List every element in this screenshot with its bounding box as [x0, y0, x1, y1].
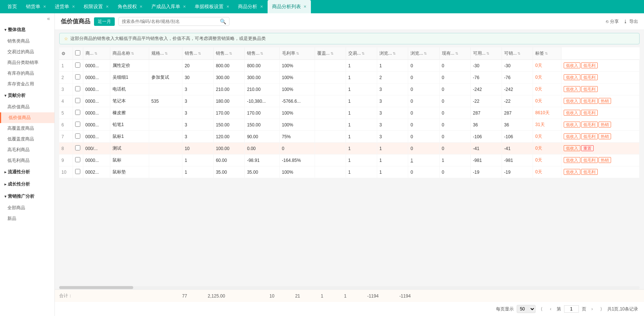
col-avail[interactable]: 可用... ⇅ [470, 47, 502, 60]
row-checkbox[interactable] [75, 169, 80, 174]
cell-browse1[interactable]: 0 [408, 84, 439, 95]
nav-purchase[interactable]: 进货单 × [50, 0, 79, 13]
row-checkbox[interactable] [75, 122, 80, 127]
share-button[interactable]: ⎋ 分享 [606, 18, 619, 25]
col-tags[interactable]: 标签 ⇅ [533, 47, 561, 60]
close-icon[interactable]: × [227, 4, 229, 9]
col-spec[interactable]: 规格... ⇅ [149, 47, 182, 60]
nav-product-in[interactable]: 产成品入库单 × [147, 0, 190, 13]
col-checkbox[interactable] [73, 47, 83, 60]
close-icon[interactable]: × [260, 4, 263, 9]
sidebar-section-title-liquidity[interactable]: ▸流通性分析 [0, 166, 54, 178]
cell-browse1[interactable]: 0 [408, 60, 439, 72]
cell-browse1[interactable]: 0 [408, 95, 439, 107]
page-input[interactable] [564, 305, 579, 313]
select-all-checkbox[interactable] [75, 50, 80, 55]
col-browse2[interactable]: 浏览... ⇅ [408, 47, 439, 60]
nav-analysis-list[interactable]: 商品分析列表 × [268, 0, 311, 13]
cell-checkbox[interactable] [73, 166, 83, 178]
prev-page-btn[interactable]: ‹ [548, 306, 554, 312]
cell-checkbox[interactable] [73, 60, 83, 72]
sidebar-section-title-overall[interactable]: ▾整体信息 [0, 24, 54, 36]
col-stock[interactable]: 现有... ⇅ [439, 47, 470, 60]
col-settings[interactable]: ⚙ [59, 47, 73, 60]
sidebar-item-high-value[interactable]: 高价值商品 [0, 102, 54, 112]
cell-browse1[interactable]: 0 [408, 107, 439, 119]
scrollbar-thumb[interactable] [59, 286, 133, 289]
row-checkbox[interactable] [75, 110, 80, 115]
col-sale1[interactable]: 销售... ⇅ [182, 47, 213, 60]
cell-checkbox[interactable] [73, 107, 83, 119]
col-trade[interactable]: 交易... ⇅ [346, 47, 377, 60]
page-size-select[interactable]: 50100200 [517, 305, 536, 313]
settings-icon[interactable]: ⚙ [61, 51, 66, 56]
time-filter-button[interactable]: 近一月 [94, 17, 115, 26]
col-sale2[interactable]: 销售... ⇅ [214, 47, 245, 60]
export-button[interactable]: ⭳ 导出 [623, 18, 638, 25]
row-checkbox[interactable] [75, 157, 80, 162]
nav-home[interactable]: 首页 [3, 0, 21, 13]
nav-permission[interactable]: 权限设置 × [79, 0, 113, 13]
close-icon[interactable]: × [72, 4, 75, 9]
sidebar-item-low-value[interactable]: 低价值商品 [0, 112, 54, 123]
close-icon[interactable]: × [183, 4, 186, 9]
first-page-btn[interactable]: ⟨ [539, 306, 545, 312]
sidebar-collapse-btn[interactable]: « [46, 16, 51, 21]
close-icon[interactable]: × [43, 4, 46, 9]
search-icon[interactable]: 🔍 [220, 18, 226, 24]
cell-checkbox[interactable] [73, 72, 83, 84]
sidebar-section-title-growth[interactable]: ▸成长性分析 [0, 178, 54, 190]
last-page-btn[interactable]: ⟩ [598, 306, 604, 312]
sidebar-item-in-stock[interactable]: 有库存的商品 [0, 68, 54, 79]
close-icon[interactable]: × [303, 4, 306, 9]
cell-browse1[interactable]: 0 [408, 119, 439, 131]
cell-checkbox[interactable] [73, 119, 83, 131]
row-checkbox[interactable] [75, 133, 80, 139]
sidebar-item-category-rate[interactable]: 商品分类助销率 [0, 57, 54, 68]
sidebar-section-title-marketing[interactable]: ▾营销推广分析 [0, 190, 54, 203]
sidebar-item-high-coverage[interactable]: 高覆盖度商品 [0, 123, 54, 134]
browse-link[interactable]: 1 [410, 158, 413, 163]
cell-browse1[interactable]: 1 [408, 154, 439, 166]
row-checkbox[interactable] [75, 98, 80, 103]
cell-checkbox[interactable] [73, 154, 83, 166]
col-code[interactable]: 商... ⇅ [83, 47, 110, 60]
nav-analysis[interactable]: 商品分析 × [234, 0, 267, 13]
sidebar-item-low-profit[interactable]: 低毛利商品 [0, 155, 54, 166]
sidebar-item-sales-goods[interactable]: 销售类商品 [0, 36, 54, 47]
sidebar-item-low-coverage[interactable]: 低覆盖度商品 [0, 134, 54, 145]
col-browse1[interactable]: 浏览... ⇅ [377, 47, 408, 60]
sidebar-item-capital[interactable]: 库存资金占用 [0, 79, 54, 89]
col-cover[interactable]: 覆盖... ⇅ [315, 47, 346, 60]
sidebar-item-new-goods[interactable]: 新品 [0, 213, 54, 224]
col-sale3[interactable]: 销售... ⇅ [245, 47, 279, 60]
close-icon[interactable]: × [140, 4, 142, 9]
sidebar-item-traded[interactable]: 交易过的商品 [0, 47, 54, 57]
nav-template[interactable]: 单据模板设置 × [190, 0, 234, 13]
nav-sales[interactable]: 销货单 × [21, 0, 50, 13]
nav-role[interactable]: 角色授权 × [113, 0, 147, 13]
next-page-btn[interactable]: › [589, 306, 595, 312]
row-checkbox[interactable] [75, 145, 80, 150]
sidebar-item-all-goods[interactable]: 全部商品 [0, 203, 54, 213]
close-icon[interactable]: × [106, 4, 109, 9]
cell-checkbox[interactable] [73, 131, 83, 143]
table-wrapper[interactable]: ⚙ 商... ⇅ 商品名称 ⇅ 规格... ⇅ 销售... ⇅ 销售... ⇅ … [55, 47, 644, 286]
horizontal-scrollbar[interactable] [59, 286, 640, 289]
cell-browse1[interactable]: 0 [408, 143, 439, 154]
col-gross[interactable]: 毛利率 ⇅ [279, 47, 315, 60]
cell-browse1[interactable]: 0 [408, 72, 439, 84]
cell-checkbox[interactable] [73, 95, 83, 107]
sidebar-item-high-profit[interactable]: 高毛利商品 [0, 145, 54, 155]
col-name[interactable]: 商品名称 ⇅ [110, 47, 149, 60]
row-checkbox[interactable] [75, 62, 80, 68]
row-checkbox[interactable] [75, 74, 80, 79]
cell-checkbox[interactable] [73, 84, 83, 95]
cell-browse1[interactable]: 0 [408, 166, 439, 178]
cell-browse1[interactable]: 0 [408, 131, 439, 143]
row-checkbox[interactable] [75, 86, 80, 91]
cell-checkbox[interactable] [73, 143, 83, 154]
col-days[interactable]: 可销... ⇅ [502, 47, 533, 60]
search-input[interactable] [122, 19, 218, 24]
sidebar-section-title-contribution[interactable]: ▾贡献分析 [0, 89, 54, 102]
